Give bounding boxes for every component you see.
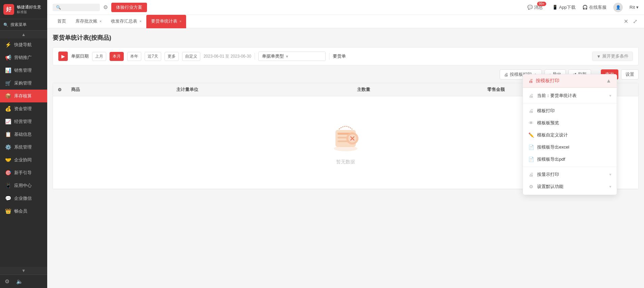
export-excel-icon: 📄 [528,145,534,150]
basic-icon: 📋 [5,131,11,137]
expand-more-button[interactable]: ▼ 展开更多条件 [592,52,633,61]
print-header-icon: 🖨 [528,78,533,84]
notification-item[interactable]: 💬 消息 99+ [527,4,543,10]
date-this-year[interactable]: 本年 [127,52,141,61]
filter-separator [255,53,255,60]
sidebar-item-finance[interactable]: 💰 资金管理 [0,102,47,115]
newbie-icon: 🎯 [5,170,11,176]
date-more[interactable]: 更多 [165,52,179,61]
close-all-tabs-button[interactable]: ✕ [622,17,630,26]
trial-button[interactable]: 体验行业方案 [111,3,147,12]
printer-icon: 🖨 [504,72,508,77]
inventory-icon: 📦 [5,93,11,99]
default-arrow-icon: ▾ [609,184,611,189]
notification-icon: 💬 [527,5,533,10]
display-print-item[interactable]: 🖨 按显示打印 ▾ [523,168,617,181]
page-title: 要货单统计表(按商品) [53,34,639,42]
topbar-right: 💬 消息 99+ 📱 App下载 🎧 在线客服 👤 Rit ▾ [527,3,639,12]
date-last-month[interactable]: 上月 [92,52,106,61]
sidebar-scroll-up[interactable]: ▲ [0,31,47,38]
sidebar-nav: ⚡ 快捷导航 📢 营销推广 📊 销售管理 🛒 采购管理 📦 库存核算 💰 资金管… [0,38,47,267]
member-icon: 👑 [5,208,11,214]
expand-icon: ▼ [596,54,601,59]
tab-close-receipt[interactable]: × [139,19,141,23]
sidebar-item-purchase[interactable]: 🛒 采购管理 [0,77,47,90]
template-preview-item[interactable]: 👁 模板板预览 [523,117,617,129]
sidebar-item-inventory[interactable]: 📦 库存核算 [0,90,47,102]
sidebar-item-system[interactable]: ⚙️ 系统管理 [0,141,47,154]
topbar: 🔍 ⚙ 体验行业方案 💬 消息 99+ 📱 App下载 🎧 在线客服 👤 [47,0,644,15]
expand-tabs-button[interactable]: ⤢ [632,17,639,26]
date-last-7days[interactable]: 近7天 [145,52,161,61]
settings-icon[interactable]: ⚙ [5,278,9,285]
sidebar-item-sales[interactable]: 📊 销售管理 [0,64,47,77]
tab-order-summary[interactable]: 要货单统计表 × [146,15,186,28]
tabs-right-controls: ✕ ⤢ [622,17,639,26]
sidebar-item-app[interactable]: 📱 应用中心 [0,179,47,192]
date-custom[interactable]: 自定义 [182,52,200,61]
tab-close-order[interactable]: × [179,19,181,23]
print-dropdown-header: 🖨 按模板打印 ▲ [523,74,617,88]
sidebar-item-newbie[interactable]: 🎯 新手引导 [0,166,47,179]
sidebar-scroll-down[interactable]: ▼ [0,267,47,275]
column-settings-icon[interactable]: ⚙ [53,83,66,96]
marketing-icon: 📢 [5,55,11,61]
filter-bar: ▶ 单据日期 上月 本月 本年 近7天 更多 自定义 2023-06-01 至 … [53,47,639,65]
sidebar-item-marketing[interactable]: 📢 营销推广 [0,51,47,64]
default-func-icon: ⚙ [528,184,534,189]
date-filter-label: 单据日期 [71,53,89,59]
sidebar-item-wechat[interactable]: 💬 企业微信 [0,192,47,205]
sidebar-bottom: ⚙ 🔈 [0,275,47,288]
type-filter-select[interactable]: 单据单类型 ▾ [258,52,326,61]
tab-batch-account[interactable]: 库存批次账 × [71,15,106,28]
tab-close-batch[interactable]: × [99,19,101,23]
current-template-item[interactable]: 🖨 当前：要货单统计表 ▾ [523,90,617,102]
logo-text: 畅捷通好生意 标准版 [17,5,41,14]
col-unit: 主计量单位 [172,83,352,96]
user-avatar[interactable]: 👤 [613,3,623,12]
date-this-month[interactable]: 本月 [110,52,124,61]
sound-icon[interactable]: 🔈 [16,278,23,285]
settings-button[interactable]: 设置 [621,69,639,79]
display-arrow-icon: ▾ [609,172,611,177]
display-print-icon: 🖨 [528,172,534,177]
sidebar-item-quick[interactable]: ⚡ 快捷导航 [0,38,47,51]
search-menu-item[interactable]: 🔍 搜索菜单 [0,19,47,31]
export-excel-item[interactable]: 📄 按模板导出excel [523,141,617,153]
print-dropdown-body: 🖨 当前：要货单统计表 ▾ 🖨 模板打印 👁 模板板预览 [523,88,617,195]
print-dropdown-title: 🖨 按模板打印 [528,78,559,84]
template-print-item[interactable]: 🖨 模板打印 [523,105,617,117]
user-name[interactable]: Rit ▾ [630,5,639,10]
online-service-item[interactable]: 🎧 在线客服 [582,4,607,10]
topbar-search[interactable]: 🔍 [53,4,100,11]
template-design-item[interactable]: ✏️ 模板自定义设计 [523,129,617,141]
app-icon: 📱 [5,183,11,189]
topbar-gear-icon[interactable]: ⚙ [103,4,108,10]
sidebar-item-collab[interactable]: 🤝 企业协同 [0,154,47,166]
print-dropdown-close-icon[interactable]: ▲ [606,78,611,84]
empty-text: 暂无数据 [336,159,355,165]
system-icon: ⚙️ [5,144,11,150]
chevron-down-icon: ▾ [636,5,639,10]
print-dropdown: 🖨 按模板打印 ▲ 🖨 当前：要货单统计表 ▾ 🖨 [523,74,617,195]
tab-receipt-summary[interactable]: 收发存汇总表 × [106,15,146,28]
filter-separator-2 [329,53,329,60]
empty-illustration [329,120,362,154]
default-func-item[interactable]: ⚙ 设置默认功能 ▾ [523,181,617,193]
template-print-icon: 🖨 [528,108,534,114]
filter-expand-button[interactable]: ▶ [58,52,68,61]
group-label: 要货单 [333,53,346,59]
export-pdf-icon: 📄 [528,157,534,162]
wechat-icon: 💬 [5,195,11,201]
notification-badge: 99+ [537,2,546,6]
tab-home[interactable]: 首页 [53,15,71,28]
col-qty: 主数量 [352,83,483,96]
sidebar-item-member[interactable]: 👑 畅会员 [0,205,47,218]
sidebar-logo: 好 畅捷通好生意 标准版 [0,0,47,19]
sidebar-item-operations[interactable]: 📈 经营管理 [0,115,47,128]
sales-icon: 📊 [5,67,11,73]
tabs-bar: 首页 库存批次账 × 收发存汇总表 × 要货单统计表 × ✕ ⤢ [47,15,644,28]
sidebar-item-basic[interactable]: 📋 基础信息 [0,128,47,141]
app-download-item[interactable]: 📱 App下载 [552,4,576,10]
export-pdf-item[interactable]: 📄 按模板导出pdf [523,153,617,165]
